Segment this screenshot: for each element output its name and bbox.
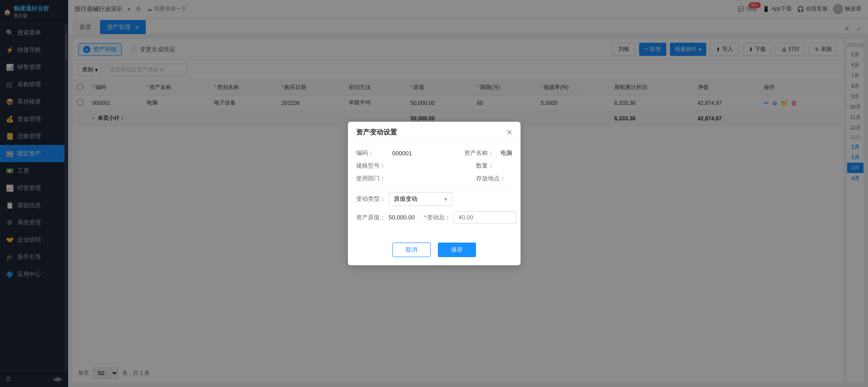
cancel-button[interactable]: 取消 [392, 243, 431, 257]
modal-overlay: 资产变动设置 ✕ 编码： 000001 资产名称： 电脑 规格型号： 数量： [0, 0, 868, 387]
modal-row-values: 资产原值： 50,000.00 * 变动后： [356, 211, 512, 223]
modal-footer: 取消 保存 [348, 238, 521, 265]
modal-divider [356, 187, 512, 188]
modal-change-type-select[interactable]: 原值变动 ▾ [389, 192, 452, 206]
modal-code-value: 000001 [392, 150, 412, 157]
modal-original-value-label: 资产原值： [356, 213, 389, 222]
modal-original-value: 50,000.00 [389, 214, 415, 221]
modal-asset-name-value: 电脑 [501, 149, 512, 157]
asset-change-modal: 资产变动设置 ✕ 编码： 000001 资产名称： 电脑 规格型号： 数量： [348, 122, 521, 265]
modal-dept-label: 使用部门： [356, 174, 389, 183]
modal-title: 资产变动设置 [356, 128, 397, 137]
after-change-input[interactable] [453, 211, 517, 223]
modal-location-label: 存放地点： [476, 174, 509, 183]
modal-spec-label: 规格型号： [356, 162, 389, 170]
modal-asset-name-label: 资产名称： [464, 149, 497, 157]
save-button[interactable]: 保存 [438, 243, 476, 257]
modal-row-change-type: 变动类型： 原值变动 ▾ [356, 192, 512, 206]
modal-close-icon[interactable]: ✕ [506, 128, 512, 137]
modal-quantity-label: 数量： [476, 162, 509, 170]
modal-row-code-name: 编码： 000001 资产名称： 电脑 [356, 149, 512, 157]
modal-change-type-value: 原值变动 [394, 195, 417, 203]
modal-body: 编码： 000001 资产名称： 电脑 规格型号： 数量： 使用部门： 存放地点… [348, 142, 521, 238]
modal-row-dept-location: 使用部门： 存放地点： [356, 174, 512, 183]
modal-after-change-label: 变动后： [427, 213, 451, 222]
modal-required-mark: * [424, 214, 426, 221]
modal-header: 资产变动设置 ✕ [348, 122, 521, 142]
modal-row-spec-quantity: 规格型号： 数量： [356, 162, 512, 170]
change-type-dropdown-icon: ▾ [444, 196, 447, 203]
modal-change-type-label: 变动类型： [356, 195, 389, 203]
modal-code-label: 编码： [356, 149, 389, 157]
